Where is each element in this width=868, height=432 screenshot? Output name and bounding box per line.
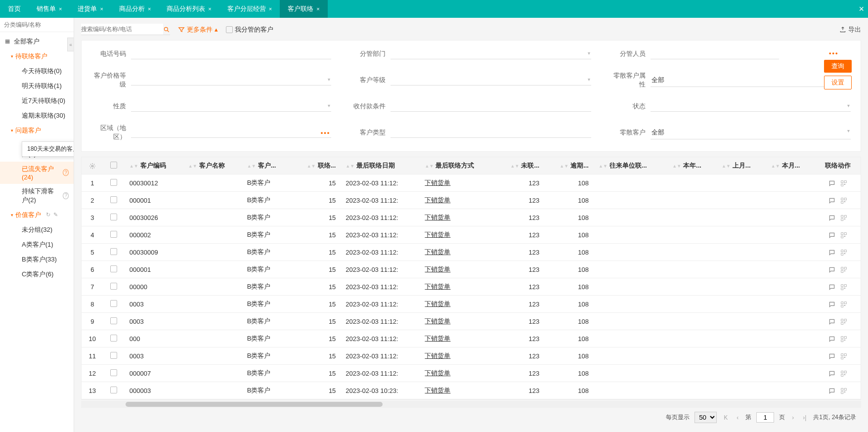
chat-icon[interactable] — [828, 196, 835, 204]
tree-item[interactable]: 未分组(32) — [0, 222, 74, 237]
pager-next-icon[interactable]: › — [790, 414, 796, 421]
col-thism[interactable]: ▲▼本月... — [766, 157, 816, 174]
edit-icon[interactable]: ✎ — [53, 212, 58, 218]
more-icon[interactable]: ••• — [321, 129, 331, 136]
last-type-link[interactable]: 下销货单 — [425, 196, 450, 204]
col-cust[interactable]: ▲▼客户... — [242, 157, 292, 174]
table-row[interactable]: 500030009B类客户152023-02-03 11:12:下销货单1231… — [82, 244, 861, 261]
person-more-icon[interactable]: ••• — [829, 49, 847, 57]
close-all-tabs-icon[interactable]: × — [859, 4, 864, 14]
close-icon[interactable]: × — [269, 0, 272, 18]
row-checkbox[interactable] — [110, 214, 117, 220]
per-page-select[interactable]: 50 — [694, 412, 717, 423]
tab-商品分析[interactable]: 商品分析× — [111, 0, 159, 18]
chat-icon[interactable] — [828, 335, 835, 343]
filter-input[interactable]: ▾ — [391, 75, 591, 86]
table-row[interactable]: 13000003B类客户152023-02-03 10:23:下销货单12310… — [82, 382, 861, 399]
table-row[interactable]: 100030012B类客户152023-02-03 11:12:下销货单1231… — [82, 174, 861, 192]
close-icon[interactable]: × — [316, 0, 319, 18]
tab-客户分层经营[interactable]: 客户分层经营× — [219, 0, 280, 18]
tree-item[interactable]: 今天待联络(0) — [0, 64, 74, 79]
help-icon[interactable]: ? — [63, 192, 69, 199]
sidebar-collapse-handle[interactable]: « — [67, 38, 74, 51]
row-checkbox[interactable] — [110, 265, 117, 272]
col-name[interactable]: ▲▼客户名称 — [183, 157, 242, 174]
tab-客户联络[interactable]: 客户联络× — [280, 0, 327, 18]
tree-item[interactable]: B类客户(33) — [0, 252, 74, 267]
row-checkbox[interactable] — [110, 387, 117, 393]
qrcode-icon[interactable] — [840, 179, 847, 187]
table-row[interactable]: 300030026B类客户152023-02-03 11:12:下销货单1231… — [82, 209, 861, 226]
last-type-link[interactable]: 下销货单 — [425, 179, 450, 186]
tab-商品分析列表[interactable]: 商品分析列表× — [159, 0, 219, 18]
table-row[interactable]: 110003B类客户152023-02-03 11:12:下销货单123108 — [82, 347, 861, 365]
qrcode-icon[interactable] — [840, 248, 847, 256]
close-icon[interactable]: × — [59, 0, 62, 18]
filter-input[interactable]: 全部▾ — [651, 74, 851, 87]
horizontal-scrollbar[interactable] — [81, 401, 861, 408]
col-last_date[interactable]: ▲▼最后联络日期 — [341, 157, 420, 174]
last-type-link[interactable]: 下销货单 — [425, 352, 450, 359]
chat-icon[interactable] — [828, 214, 835, 221]
export-button[interactable]: 导出 — [839, 25, 861, 34]
row-checkbox[interactable] — [110, 300, 117, 307]
pager-first-icon[interactable]: K — [722, 414, 730, 421]
tree-item[interactable]: C类客户(6) — [0, 267, 74, 282]
filter-input[interactable] — [131, 48, 331, 59]
table-row[interactable]: 700000B类客户152023-02-03 11:12:下销货单123108 — [82, 278, 861, 296]
last-type-link[interactable]: 下销货单 — [425, 300, 450, 307]
tree-item[interactable]: 近7天待联络(0) — [0, 93, 74, 108]
help-icon[interactable]: ? — [63, 169, 69, 176]
last-type-link[interactable]: 下销货单 — [425, 265, 450, 273]
tree-item[interactable]: 持续下滑客户(2)? — [0, 184, 74, 208]
last-type-link[interactable]: 下销货单 — [425, 283, 450, 290]
table-row[interactable]: 6000001B类客户152023-02-03 11:12:下销货单123108 — [82, 261, 861, 278]
tab-进货单[interactable]: 进货单× — [70, 0, 111, 18]
row-checkbox[interactable] — [110, 196, 117, 203]
table-row[interactable]: 4000002B类客户152023-02-03 11:12:下销货单123108 — [82, 226, 861, 244]
row-checkbox[interactable] — [110, 335, 117, 342]
filter-input[interactable]: 全部▾ — [651, 126, 851, 139]
last-type-link[interactable]: 下销货单 — [425, 231, 450, 238]
chat-icon[interactable] — [828, 248, 835, 256]
query-button[interactable]: 查询 — [824, 60, 852, 73]
my-managed-checkbox[interactable]: 我分管的客户 — [226, 25, 273, 34]
tree-group[interactable]: ▾待联络客户 — [0, 49, 74, 64]
refresh-icon[interactable]: ↻ — [46, 212, 50, 218]
gear-icon[interactable] — [89, 163, 96, 170]
chat-icon[interactable] — [828, 369, 835, 377]
close-icon[interactable]: × — [100, 0, 103, 18]
qrcode-icon[interactable] — [840, 369, 847, 377]
chat-icon[interactable] — [828, 300, 835, 308]
last-type-link[interactable]: 下销货单 — [425, 214, 450, 221]
tab-首页[interactable]: 首页 — [0, 0, 29, 18]
more-conditions-toggle[interactable]: 更多条件 ▴ — [178, 25, 218, 34]
chat-icon[interactable] — [828, 179, 835, 187]
pager-last-icon[interactable]: ›| — [801, 414, 808, 421]
row-checkbox[interactable] — [110, 248, 117, 255]
last-type-link[interactable]: 下销货单 — [425, 369, 450, 377]
table-row[interactable]: 90003B类客户152023-02-03 11:12:下销货单123108 — [82, 313, 861, 330]
col-lastm[interactable]: ▲▼上月... — [717, 157, 766, 174]
col-unit[interactable]: ▲▼往来单位联... — [594, 157, 667, 174]
table-row[interactable]: 80003B类客户152023-02-03 11:12:下销货单123108 — [82, 296, 861, 313]
tree-item[interactable]: 明天待联络(1) — [0, 79, 74, 93]
qrcode-icon[interactable] — [840, 265, 847, 273]
qrcode-icon[interactable] — [840, 231, 847, 239]
filter-input[interactable]: ••• — [131, 127, 331, 138]
filter-input[interactable]: ▾ — [651, 101, 851, 112]
chat-icon[interactable] — [828, 387, 835, 394]
tree-item[interactable]: 已流失客户(24)? — [0, 162, 74, 184]
tree-item[interactable]: 逾期未联络(30) — [0, 108, 74, 123]
col-contact[interactable]: ▲▼联络... — [292, 157, 341, 174]
pager-page-input[interactable] — [756, 412, 774, 423]
col-un[interactable]: ▲▼未联... — [495, 157, 544, 174]
pager-prev-icon[interactable]: ‹ — [735, 414, 740, 421]
row-checkbox[interactable] — [110, 283, 117, 290]
tree-item[interactable]: A类客户(1) — [0, 237, 74, 252]
row-checkbox[interactable] — [110, 317, 117, 324]
chat-icon[interactable] — [828, 283, 835, 291]
search-icon[interactable] — [163, 25, 170, 33]
chat-icon[interactable] — [828, 317, 835, 325]
qrcode-icon[interactable] — [840, 352, 847, 360]
